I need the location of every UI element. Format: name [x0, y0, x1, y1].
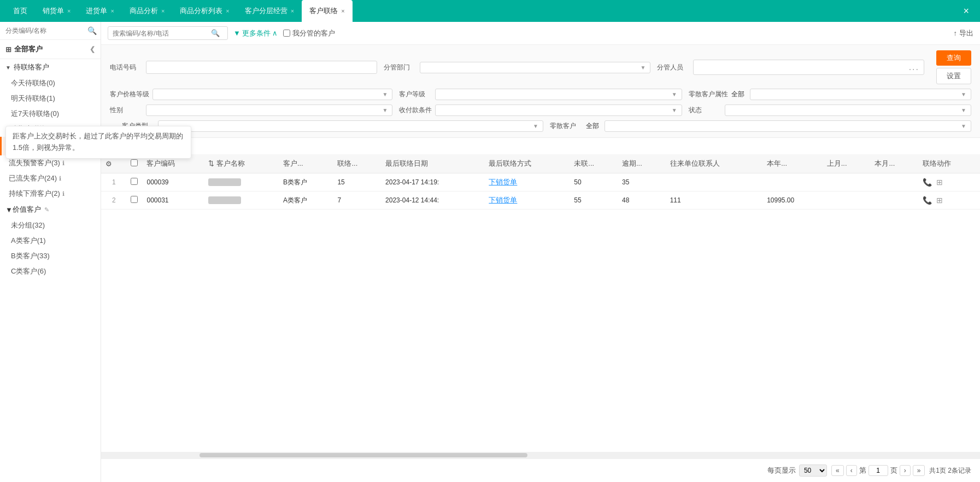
info-icon-churned[interactable]: ℹ — [59, 175, 61, 182]
row-code-0: 000039 — [142, 173, 204, 191]
phone-input[interactable] — [146, 61, 377, 74]
department-select[interactable]: ▼ — [420, 62, 651, 73]
col-last-contact-date: 最后联络日期 — [381, 154, 484, 173]
table-area[interactable]: ⚙ 客户编码 ⇅ 客户名称 客户... — [101, 154, 980, 452]
more-conditions-toggle[interactable]: ▼ 更多条件 ∧ — [233, 28, 278, 38]
settings-icon[interactable]: ⚙ — [105, 160, 112, 168]
setting-button[interactable]: 设置 — [936, 68, 971, 84]
nav-customer-contact[interactable]: 客户联络 × — [302, 0, 352, 22]
nav-customer-segmentation[interactable]: 客户分层经营 × — [237, 0, 302, 22]
sidebar-item-class-b[interactable]: B类客户(33) — [0, 248, 101, 264]
window-close-button[interactable]: × — [958, 5, 975, 17]
sidebar-collapse-icon[interactable]: ❮ — [90, 45, 95, 53]
arrow-down-icon9: ▼ — [961, 123, 966, 129]
row-select-checkbox[interactable] — [131, 196, 138, 203]
phone-action-icon[interactable]: 📞 — [923, 196, 932, 205]
row-contact-1: 7 — [333, 191, 381, 210]
nav-home[interactable]: 首页 — [5, 0, 35, 22]
sidebar-item-declining[interactable]: 持续下滑客户(2) ℹ — [0, 186, 101, 201]
sidebar-item-tomorrow[interactable]: 明天待联络(1) — [0, 91, 101, 106]
search-input-wrap: 🔍 — [108, 26, 228, 40]
sidebar-all-customers-title[interactable]: ⊞ 全部客户 ❮ — [0, 40, 101, 59]
row-code-1: 000031 — [142, 191, 204, 210]
sidebar-item-class-c[interactable]: C类客户(6) — [0, 264, 101, 279]
sidebar-value-group[interactable]: ▼ 价值客户 ✎ — [0, 201, 101, 218]
payment-select[interactable]: ▼ — [435, 104, 682, 116]
phone-action-icon[interactable]: 📞 — [923, 178, 932, 187]
close-customer-seg-icon[interactable]: × — [291, 8, 294, 14]
retail-customer-select[interactable]: ▼ — [605, 120, 971, 132]
arrow-down-icon8: ▼ — [533, 123, 538, 129]
edit-icon[interactable]: ✎ — [44, 206, 49, 213]
row-num-1: 2 — [101, 191, 126, 210]
filter-retail-attr: 零散客户属性 全部 ▼ — [689, 89, 971, 100]
query-button[interactable]: 查询 — [936, 50, 971, 66]
row-select-checkbox[interactable] — [131, 178, 138, 185]
gender-select[interactable]: ▼ — [146, 104, 392, 116]
sidebar-search-icon[interactable]: 🔍 — [87, 26, 97, 35]
my-customers-checkbox[interactable] — [283, 30, 290, 37]
first-page-button[interactable]: « — [831, 465, 844, 476]
row-checkbox-1[interactable] — [126, 191, 142, 210]
tooltip-box: 距客户上次交易时长，超过了此客户的平均交易周期的1.5倍，则视为异常。 — [101, 126, 191, 159]
horizontal-scrollbar[interactable] — [101, 452, 980, 458]
sidebar-search-area: 🔍 — [0, 22, 101, 40]
export-button[interactable]: ↑ 导出 — [954, 28, 974, 38]
select-all-checkbox[interactable] — [131, 159, 138, 166]
row-last-date-1: 2023-04-12 14:44: — [381, 191, 484, 210]
filter-gender: 性别 ▼ — [110, 104, 392, 116]
close-customer-contact-icon[interactable]: × — [341, 8, 344, 14]
more-action-icon[interactable]: ⊞ — [936, 196, 943, 205]
per-page-select[interactable]: 50 20 100 — [799, 464, 827, 477]
more-icon[interactable]: ... — [909, 62, 919, 72]
search-input[interactable] — [113, 30, 211, 37]
sidebar-pending-group[interactable]: ▼ 待联络客户 — [0, 59, 101, 76]
sort-icon[interactable]: ⇅ — [208, 159, 214, 167]
contact-method-link[interactable]: 下销货单 — [489, 196, 517, 204]
next-page-button[interactable]: › — [900, 465, 911, 476]
prev-page-button[interactable]: ‹ — [846, 465, 857, 476]
filter-manager: 分管人员 ... — [657, 60, 924, 75]
sidebar-item-unclassified[interactable]: 未分组(32) — [0, 218, 101, 233]
close-product-analysis-icon[interactable]: × — [161, 8, 165, 14]
page-number-input[interactable] — [868, 465, 888, 476]
customer-level-select[interactable]: ▼ — [435, 89, 682, 100]
info-icon-declining[interactable]: ℹ — [62, 190, 64, 198]
nav-sales-order[interactable]: 销货单 × — [35, 0, 78, 22]
row-last-method-1[interactable]: 下销货单 — [484, 191, 570, 210]
arrow-down-icon6: ▼ — [672, 107, 677, 113]
my-customers-filter[interactable]: 我分管的客户 — [283, 28, 335, 38]
sidebar-item-7days[interactable]: 近7天待联络(0) — [0, 106, 101, 121]
last-page-button[interactable]: » — [913, 465, 925, 476]
manager-select[interactable]: ... — [693, 60, 924, 75]
col-customer-name: ⇅ 客户名称 — [204, 154, 279, 173]
more-action-icon[interactable]: ⊞ — [936, 178, 943, 187]
retail-attr-select[interactable]: ▼ — [750, 89, 971, 100]
price-level-select[interactable]: ▼ — [152, 89, 392, 100]
customer-type-select[interactable]: ▼ — [158, 120, 543, 132]
grid-icon: ⊞ — [5, 45, 11, 54]
nav-product-analysis[interactable]: 商品分析 × — [122, 0, 172, 22]
scrollbar-thumb[interactable] — [199, 453, 527, 457]
sidebar-item-class-a[interactable]: A类客户(1) — [0, 233, 101, 248]
row-checkbox-0[interactable] — [126, 173, 142, 191]
row-name-1 — [204, 191, 279, 210]
nav-purchase-order[interactable]: 进货单 × — [78, 0, 121, 22]
info-icon-churn-warning[interactable]: ℹ — [62, 160, 64, 167]
sidebar: 🔍 ⊞ 全部客户 ❮ ▼ 待联络客户 今天待联络(0) 明天待联络(1) 近7天… — [0, 22, 101, 482]
sidebar-item-today[interactable]: 今天待联络(0) — [0, 76, 101, 91]
search-icon[interactable]: 🔍 — [211, 29, 220, 37]
customer-name-blurred — [208, 178, 241, 186]
close-purchase-order-icon[interactable]: × — [110, 8, 114, 14]
sidebar-search-input[interactable] — [5, 27, 87, 34]
contact-method-link[interactable]: 下销货单 — [489, 178, 517, 186]
close-product-analysis-list-icon[interactable]: × — [226, 8, 229, 14]
sidebar-item-churned[interactable]: 已流失客户(24) ℹ — [0, 171, 101, 186]
row-this-year-0 — [762, 173, 823, 191]
close-sales-order-icon[interactable]: × — [67, 8, 71, 14]
row-last-method-0[interactable]: 下销货单 — [484, 173, 570, 191]
nav-product-analysis-list[interactable]: 商品分析列表 × — [172, 0, 237, 22]
filter-payment: 收付款条件 ▼ — [399, 104, 682, 116]
col-last-month: 上月... — [823, 154, 871, 173]
status-select[interactable]: ▼ — [725, 104, 971, 116]
